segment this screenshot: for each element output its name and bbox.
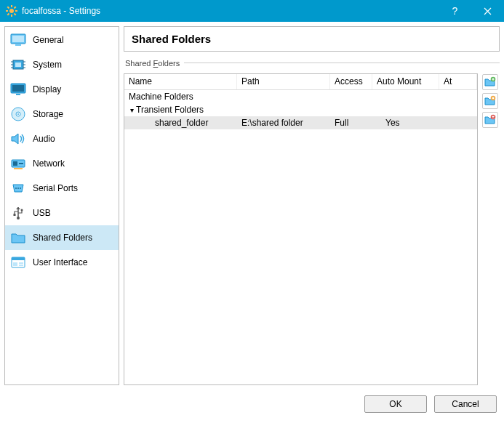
storage-disk-icon bbox=[9, 105, 27, 123]
svg-rect-11 bbox=[15, 44, 21, 46]
sidebar-item-label: Network bbox=[33, 158, 65, 169]
sidebar-item-system[interactable]: System bbox=[5, 52, 119, 77]
svg-rect-39 bbox=[19, 262, 23, 264]
group-row-transient-folders[interactable]: ▾ Transient Folders bbox=[124, 103, 477, 116]
system-chip-icon bbox=[9, 56, 27, 73]
svg-point-33 bbox=[17, 217, 20, 219]
edit-folder-button[interactable] bbox=[482, 93, 498, 109]
sidebar-item-label: Display bbox=[33, 84, 61, 94]
sidebar-item-serial-ports[interactable]: Serial Ports bbox=[5, 176, 119, 201]
sidebar-item-audio[interactable]: Audio bbox=[5, 126, 119, 151]
group-label: Machine Folders bbox=[124, 92, 237, 102]
table-header: Name Path Access Auto Mount At bbox=[124, 74, 477, 90]
ok-button[interactable]: OK bbox=[364, 395, 427, 413]
shared-folders-icon bbox=[9, 229, 27, 246]
svg-rect-34 bbox=[14, 214, 16, 216]
sidebar: General System Display Storage Audio Net… bbox=[4, 26, 119, 385]
svg-rect-13 bbox=[15, 63, 21, 67]
column-header-name[interactable]: Name bbox=[124, 74, 237, 89]
svg-rect-38 bbox=[13, 262, 17, 266]
svg-point-25 bbox=[17, 113, 19, 115]
column-header-automount[interactable]: Auto Mount bbox=[372, 74, 439, 89]
window-title: focalfossa - Settings bbox=[22, 6, 439, 16]
side-buttons bbox=[482, 73, 500, 385]
sidebar-item-shared-folders[interactable]: Shared Folders bbox=[5, 225, 119, 250]
sidebar-item-label: Serial Ports bbox=[33, 183, 78, 193]
page-title: Shared Folders bbox=[124, 26, 500, 52]
usb-icon bbox=[9, 204, 27, 222]
sidebar-item-label: USB bbox=[33, 208, 51, 218]
svg-point-31 bbox=[17, 188, 19, 189]
svg-rect-22 bbox=[16, 94, 20, 95]
cell-name: shared_folder bbox=[124, 118, 237, 128]
cell-path: E:\shared folder bbox=[237, 118, 330, 128]
svg-rect-40 bbox=[19, 265, 23, 266]
svg-point-0 bbox=[9, 9, 14, 13]
fieldset-label: Shared Folders bbox=[125, 59, 180, 68]
close-button[interactable] bbox=[471, 0, 504, 22]
cancel-button[interactable]: Cancel bbox=[434, 395, 497, 413]
main-panel: Shared Folders Shared Folders Name Path … bbox=[124, 26, 500, 385]
svg-point-32 bbox=[20, 188, 21, 189]
svg-line-8 bbox=[15, 7, 16, 8]
svg-rect-28 bbox=[19, 163, 23, 164]
general-icon bbox=[9, 31, 27, 49]
display-monitor-icon bbox=[9, 81, 27, 98]
sidebar-item-label: Audio bbox=[33, 134, 55, 144]
svg-point-30 bbox=[15, 188, 17, 189]
group-row-machine-folders[interactable]: Machine Folders bbox=[124, 90, 477, 103]
cell-automount: Yes bbox=[372, 118, 439, 128]
sidebar-item-label: System bbox=[33, 60, 62, 70]
svg-rect-37 bbox=[12, 257, 25, 260]
column-header-at[interactable]: At bbox=[439, 74, 477, 89]
sidebar-item-network[interactable]: Network bbox=[5, 151, 119, 176]
fieldset-shared-folders: Shared Folders bbox=[124, 56, 500, 69]
shared-folders-table: Name Path Access Auto Mount At Machine F… bbox=[124, 73, 478, 385]
table-body: Machine Folders ▾ Transient Folders shar… bbox=[124, 90, 477, 129]
footer: OK Cancel bbox=[0, 390, 504, 419]
svg-point-35 bbox=[21, 209, 23, 212]
user-interface-icon bbox=[9, 254, 27, 271]
body: General System Display Storage Audio Net… bbox=[0, 22, 504, 390]
table-area: Name Path Access Auto Mount At Machine F… bbox=[124, 73, 500, 385]
table-row[interactable]: shared_folder E:\shared folder Full Yes bbox=[124, 116, 477, 129]
network-card-icon bbox=[9, 155, 27, 172]
svg-rect-21 bbox=[12, 85, 24, 92]
svg-rect-29 bbox=[14, 168, 23, 169]
chevron-down-icon[interactable]: ▾ bbox=[127, 106, 136, 114]
titlebar: focalfossa - Settings ? bbox=[0, 0, 504, 22]
svg-line-6 bbox=[15, 14, 16, 15]
sidebar-item-label: User Interface bbox=[33, 257, 87, 267]
audio-speaker-icon bbox=[9, 130, 27, 148]
svg-point-43 bbox=[492, 97, 495, 100]
sidebar-item-display[interactable]: Display bbox=[5, 77, 119, 102]
sidebar-item-label: Shared Folders bbox=[33, 233, 92, 243]
sidebar-item-user-interface[interactable]: User Interface bbox=[5, 250, 119, 275]
remove-folder-button[interactable] bbox=[482, 112, 498, 128]
column-header-path[interactable]: Path bbox=[237, 74, 330, 89]
sidebar-item-label: General bbox=[33, 35, 64, 45]
svg-line-5 bbox=[7, 7, 9, 8]
svg-line-7 bbox=[7, 14, 9, 15]
cell-access: Full bbox=[330, 118, 372, 128]
add-folder-button[interactable] bbox=[482, 74, 498, 90]
svg-rect-27 bbox=[13, 161, 17, 166]
help-button[interactable]: ? bbox=[439, 0, 471, 22]
sidebar-item-storage[interactable]: Storage bbox=[5, 102, 119, 126]
fieldset-divider bbox=[184, 63, 500, 63]
column-header-access[interactable]: Access bbox=[330, 74, 372, 89]
sidebar-item-general[interactable]: General bbox=[5, 28, 119, 52]
svg-rect-10 bbox=[12, 36, 24, 42]
sidebar-item-usb[interactable]: USB bbox=[5, 201, 119, 225]
settings-gear-icon bbox=[6, 5, 17, 17]
serial-port-icon bbox=[9, 180, 27, 197]
group-label: Transient Folders bbox=[136, 105, 208, 115]
sidebar-item-label: Storage bbox=[33, 109, 63, 119]
